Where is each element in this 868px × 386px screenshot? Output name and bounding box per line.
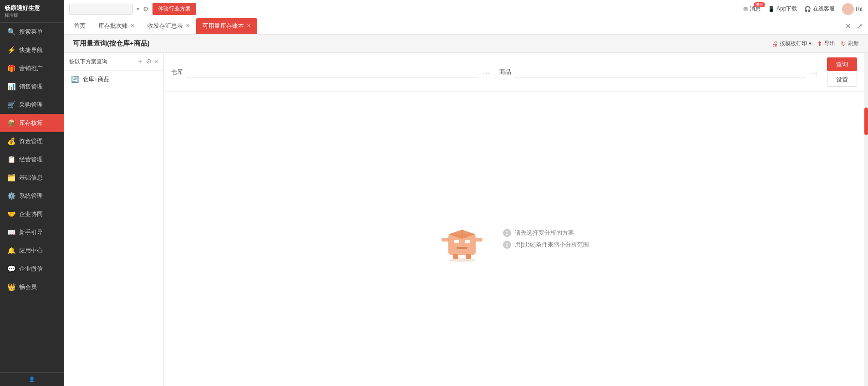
sidebar-item-label: 应用中心 [19,247,43,255]
page-header: 可用量查询(按仓库+商品) 🖨 按模板打印 ▾ ⬆ 导出 ↻ 刷新 [64,35,868,53]
print-action[interactable]: 🖨 按模板打印 ▾ [772,40,812,47]
svg-point-10 [448,258,476,262]
refresh-icon: ↻ [841,40,846,47]
tab-close-icon[interactable]: ✕ [186,23,190,29]
lightning-icon: ⚡ [7,46,15,54]
headset-icon: 🎧 [804,6,811,12]
sidebar-item-label: 新手引导 [19,228,43,237]
sidebar-item-label: 营销推广 [19,64,43,72]
svg-rect-7 [466,254,471,259]
sidebar-logo: 畅康通好生意 标准版 [0,0,64,23]
brand-name: 畅康通好生意 [5,5,59,12]
refresh-label: 刷新 [848,40,859,47]
right-scrollbar[interactable] [864,53,868,386]
user-avatar-item[interactable]: Rit [842,3,863,15]
filter-scheme-item[interactable]: 🔄 仓库+商品 [64,71,163,88]
page-title: 可用量查询(按仓库+商品) [73,39,150,48]
export-action[interactable]: ⬆ 导出 [817,40,835,47]
tab-expand-button[interactable]: ⤢ [855,20,864,32]
message-badge: 99+ [754,2,765,7]
sidebar-item-search[interactable]: 🔍 搜索菜单 [0,23,64,41]
app-download-label: App下载 [777,5,797,13]
query-bar: 仓库 … 商品 … 查询 设置 [164,53,864,92]
box-icon: 📦 [7,119,15,127]
chart-icon: 📊 [7,82,15,91]
sidebar-item-label: 企业微信 [19,265,43,273]
sidebar-item-label: 企业协同 [19,210,43,218]
svg-rect-4 [465,240,470,243]
query-button[interactable]: 查询 [827,57,857,71]
tab-close-icon[interactable]: ✕ [131,23,135,29]
message-item[interactable]: ✉ 消息 99+ [743,5,761,13]
sidebar-item-label: 销售管理 [19,82,43,91]
refresh-action[interactable]: ↻ 刷新 [841,40,859,47]
sidebar-item-shortcuts[interactable]: ⚡ 快捷导航 [0,41,64,59]
sidebar-item-enterprise[interactable]: 🤝 企业协同 [0,205,64,223]
tip-num-2: 2 [503,241,511,249]
tab-receive-summary[interactable]: 收发存汇总表 ✕ [141,18,196,34]
tab-batch-ledger-label: 库存批次账 [98,22,128,30]
filter-panel-title: 按以下方案查询 [69,58,107,66]
sidebar-item-label: 系统管理 [19,192,43,200]
tab-home[interactable]: 首页 [67,18,92,34]
add-filter-icon[interactable]: ＋ [137,57,143,66]
online-service-item[interactable]: 🎧 在线客服 [804,5,835,13]
collapse-filter-icon[interactable]: « [154,57,158,66]
sidebar-item-sales[interactable]: 📊 销售管理 [0,77,64,96]
svg-rect-6 [453,254,458,259]
sidebar-item-purchase[interactable]: 🛒 采购管理 [0,96,64,114]
empty-tip-1: 1 请先选择要分析的方案 [503,229,589,237]
sidebar-item-enterprise-wechat[interactable]: 💬 企业微信 [0,260,64,278]
search-icon: 🔍 [7,28,15,36]
config-filter-icon[interactable]: ⊙ [146,57,152,66]
sidebar-item-newbie[interactable]: 📖 新手引导 [0,223,64,242]
svg-rect-3 [454,240,459,243]
sidebar-bottom: 👤 [0,372,64,386]
clipboard-icon: 📋 [7,155,15,164]
gift-icon: 🎁 [7,64,15,72]
brand-tag: 标准版 [5,12,59,19]
sidebar-item-appcenter[interactable]: 🔔 应用中心 [0,242,64,260]
username-label: Rit [856,6,863,12]
book-icon: 📖 [7,228,15,237]
sidebar-item-operations[interactable]: 📋 经营管理 [0,150,64,169]
scrollbar-thumb [864,108,868,135]
tab-receive-summary-label: 收发存汇总表 [147,22,183,30]
money-icon: 💰 [7,137,15,145]
sidebar-item-finance[interactable]: 💰 资金管理 [0,132,64,150]
sidebar-item-marketing[interactable]: 🎁 营销推广 [0,59,64,77]
tab-close-icon[interactable]: ✕ [247,23,251,29]
warehouse-input[interactable] [186,67,478,77]
app-download-item[interactable]: 📱 App下载 [768,5,797,13]
sidebar-item-basics[interactable]: 🗂️ 基础信息 [0,169,64,187]
sidebar-user-icon: 👤 [29,376,35,382]
sidebar-item-vip[interactable]: 👑 畅会员 [0,278,64,296]
warehouse-more-icon[interactable]: … [481,68,492,76]
sidebar-item-label: 基础信息 [19,174,43,182]
topbar-right: ✉ 消息 99+ 📱 App下载 🎧 在线客服 Rit [743,3,863,15]
product-field: 商品 … [499,67,820,77]
folder-icon: 🗂️ [7,174,15,182]
sidebar-item-system[interactable]: ⚙️ 系统管理 [0,187,64,205]
filter-panel: 按以下方案查询 ＋ ⊙ « 🔄 仓库+商品 [64,53,164,386]
topbar-search-input[interactable] [69,4,133,15]
empty-tip-2: 2 用[过滤]条件来缩小分析范围 [503,241,589,249]
tab-available-qty[interactable]: 可用量库存账本 ✕ [196,18,257,34]
settings-icon[interactable]: ⚙ [143,5,149,13]
chevron-down-icon[interactable]: ▾ [137,6,139,12]
product-input[interactable] [514,67,807,77]
export-icon: ⬆ [817,40,822,47]
industry-solution-button[interactable]: 体验行业方案 [152,3,196,15]
empty-state: 1 请先选择要分析的方案 2 用[过滤]条件来缩小分析范围 [164,92,864,386]
tab-batch-ledger[interactable]: 库存批次账 ✕ [92,18,141,34]
main-area: ▾ ⚙ 体验行业方案 ✉ 消息 99+ 📱 App下载 🎧 在线客服 Rit [64,0,868,386]
product-more-icon[interactable]: … [809,68,820,76]
empty-tips: 1 请先选择要分析的方案 2 用[过滤]条件来缩小分析范围 [503,229,589,249]
sidebar-item-inventory[interactable]: 📦 库存核算 [0,114,64,132]
warehouse-label: 仓库 [171,68,183,76]
tab-close-button[interactable]: ✕ [843,20,853,32]
crown-icon: 👑 [7,283,15,291]
phone-icon: 📱 [768,6,775,12]
setting-button[interactable]: 设置 [827,73,857,87]
chevron-down-icon[interactable]: ▾ [809,41,812,46]
